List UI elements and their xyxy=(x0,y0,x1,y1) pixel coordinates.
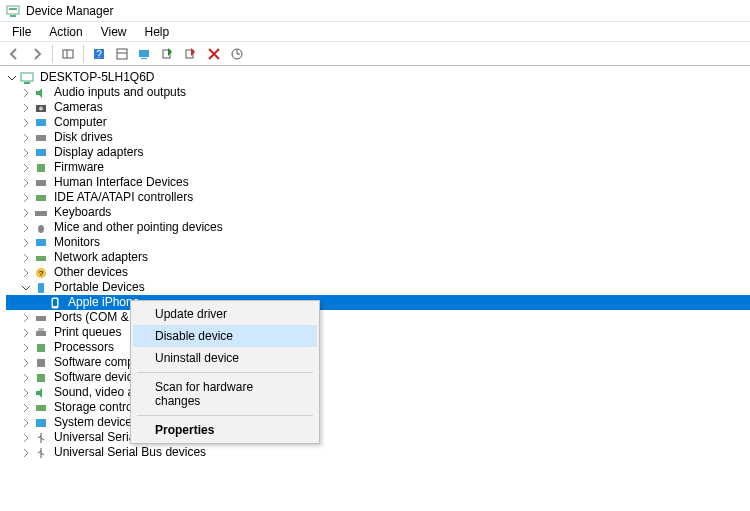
tree-category-display[interactable]: Display adapters xyxy=(6,145,750,160)
chevron-right-icon[interactable] xyxy=(20,87,32,99)
svg-rect-32 xyxy=(53,299,57,306)
update-driver-button[interactable] xyxy=(227,44,247,64)
chevron-right-icon[interactable] xyxy=(20,312,32,324)
chevron-right-icon[interactable] xyxy=(20,132,32,144)
tree-category-processors[interactable]: Processors xyxy=(6,340,750,355)
enable-device-button[interactable] xyxy=(158,44,178,64)
chevron-right-icon[interactable] xyxy=(20,387,32,399)
uninstall-device-button[interactable] xyxy=(204,44,224,64)
window-title: Device Manager xyxy=(26,4,113,18)
tree-category-hid[interactable]: Human Interface Devices xyxy=(6,175,750,190)
device-tree[interactable]: DESKTOP-5LH1Q6D Audio inputs and outputs… xyxy=(0,66,750,460)
chevron-right-icon[interactable] xyxy=(20,237,32,249)
svg-rect-15 xyxy=(24,82,30,84)
svg-rect-40 xyxy=(36,419,46,427)
hid-icon xyxy=(34,176,48,190)
chevron-down-icon[interactable] xyxy=(6,72,18,84)
phone-icon xyxy=(48,296,62,310)
device-manager-icon xyxy=(6,4,20,18)
tree-category-portable[interactable]: Portable Devices xyxy=(6,280,750,295)
tree-category-mice[interactable]: Mice and other pointing devices xyxy=(6,220,750,235)
tree-label: Disk drives xyxy=(52,130,115,145)
svg-rect-9 xyxy=(139,50,149,57)
tree-category-usb-controllers[interactable]: Universal Serial Bus controllers xyxy=(6,430,750,445)
tree-category-usb-devices[interactable]: Universal Serial Bus devices xyxy=(6,445,750,460)
tree-category-computer[interactable]: Computer xyxy=(6,115,750,130)
chevron-right-icon[interactable] xyxy=(20,432,32,444)
chevron-down-icon[interactable] xyxy=(20,282,32,294)
tree-category-storage[interactable]: Storage controlle xyxy=(6,400,750,415)
svg-rect-3 xyxy=(63,50,73,58)
menubar: File Action View Help xyxy=(0,22,750,42)
tree-category-firmware[interactable]: Firmware xyxy=(6,160,750,175)
chevron-right-icon[interactable] xyxy=(20,372,32,384)
tree-category-audio[interactable]: Audio inputs and outputs xyxy=(6,85,750,100)
chevron-right-icon[interactable] xyxy=(20,222,32,234)
menu-action[interactable]: Action xyxy=(41,23,90,41)
chevron-right-icon[interactable] xyxy=(20,102,32,114)
disk-icon xyxy=(34,131,48,145)
tree-category-software-devices[interactable]: Software devices xyxy=(6,370,750,385)
menu-file[interactable]: File xyxy=(4,23,39,41)
tree-device-apple-iphone[interactable]: Apple iPhone xyxy=(6,295,750,310)
tree-category-system[interactable]: System devices xyxy=(6,415,750,430)
chevron-right-icon[interactable] xyxy=(20,342,32,354)
tree-category-print-queues[interactable]: Print queues xyxy=(6,325,750,340)
computer-icon xyxy=(34,116,48,130)
display-icon xyxy=(34,146,48,160)
chevron-right-icon[interactable] xyxy=(20,147,32,159)
printer-icon xyxy=(34,326,48,340)
svg-rect-38 xyxy=(37,374,45,382)
svg-rect-26 xyxy=(36,239,46,246)
scan-hardware-button[interactable] xyxy=(135,44,155,64)
chevron-right-icon[interactable] xyxy=(20,447,32,459)
chevron-right-icon[interactable] xyxy=(20,162,32,174)
help-button[interactable]: ? xyxy=(89,44,109,64)
tree-category-software-components[interactable]: Software compor xyxy=(6,355,750,370)
ctx-disable-device[interactable]: Disable device xyxy=(133,325,317,347)
mouse-icon xyxy=(34,221,48,235)
tree-label: Other devices xyxy=(52,265,130,280)
toolbar: ? xyxy=(0,42,750,66)
software-icon xyxy=(34,371,48,385)
tree-category-ports[interactable]: Ports (COM & LP xyxy=(6,310,750,325)
ctx-uninstall-device[interactable]: Uninstall device xyxy=(133,347,317,369)
chevron-right-icon[interactable] xyxy=(20,417,32,429)
chevron-right-icon[interactable] xyxy=(20,252,32,264)
usb-icon xyxy=(34,431,48,445)
menu-view[interactable]: View xyxy=(93,23,135,41)
ctx-properties[interactable]: Properties xyxy=(133,419,317,441)
chevron-right-icon[interactable] xyxy=(20,192,32,204)
tree-category-disk[interactable]: Disk drives xyxy=(6,130,750,145)
tree-category-sound[interactable]: Sound, video and xyxy=(6,385,750,400)
tree-category-other[interactable]: ? Other devices xyxy=(6,265,750,280)
chevron-right-icon[interactable] xyxy=(20,177,32,189)
chevron-right-icon[interactable] xyxy=(20,327,32,339)
tree-label: Processors xyxy=(52,340,116,355)
tree-category-ide[interactable]: IDE ATA/ATAPI controllers xyxy=(6,190,750,205)
tree-category-monitors[interactable]: Monitors xyxy=(6,235,750,250)
tree-category-network[interactable]: Network adapters xyxy=(6,250,750,265)
svg-rect-7 xyxy=(117,49,127,59)
chevron-right-icon[interactable] xyxy=(20,207,32,219)
menu-help[interactable]: Help xyxy=(137,23,178,41)
properties-button[interactable] xyxy=(112,44,132,64)
chevron-right-icon[interactable] xyxy=(20,402,32,414)
forward-button[interactable] xyxy=(27,44,47,64)
chevron-right-icon[interactable] xyxy=(20,117,32,129)
disable-device-button[interactable] xyxy=(181,44,201,64)
tree-root[interactable]: DESKTOP-5LH1Q6D xyxy=(6,70,750,85)
ctx-scan-hardware[interactable]: Scan for hardware changes xyxy=(133,376,317,412)
chevron-right-icon[interactable] xyxy=(20,357,32,369)
tree-category-keyboards[interactable]: Keyboards xyxy=(6,205,750,220)
tree-label: Mice and other pointing devices xyxy=(52,220,225,235)
portable-device-icon xyxy=(34,281,48,295)
audio-icon xyxy=(34,86,48,100)
back-button[interactable] xyxy=(4,44,24,64)
show-hide-console-button[interactable] xyxy=(58,44,78,64)
camera-icon xyxy=(34,101,48,115)
tree-category-cameras[interactable]: Cameras xyxy=(6,100,750,115)
svg-rect-20 xyxy=(36,149,46,156)
chevron-right-icon[interactable] xyxy=(20,267,32,279)
ctx-update-driver[interactable]: Update driver xyxy=(133,303,317,325)
